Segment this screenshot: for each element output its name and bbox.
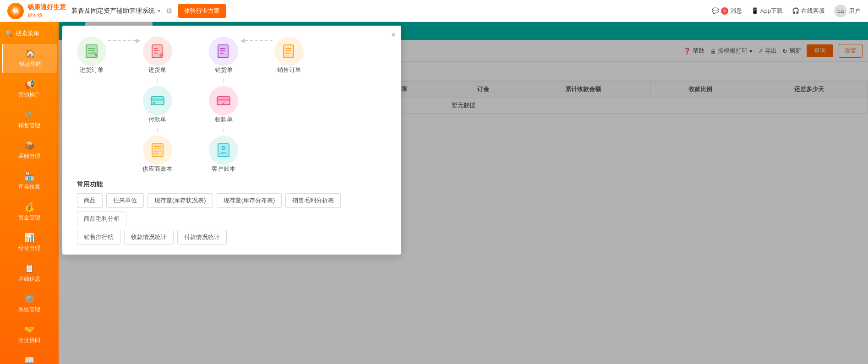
sidebar-item-operations[interactable]: 📊 经营管理 [2,228,57,257]
sidebar-item-quick-nav[interactable]: 🏠 快捷导航 [2,44,57,73]
basic-info-icon: 📋 [24,263,34,273]
message-badge: 5 [721,7,728,15]
flow-node-purchase-order[interactable]: 进货订单 [77,37,106,74]
message-icon: 💬 [712,7,719,14]
svg-rect-13 [152,144,163,157]
func-btn-0[interactable]: 商品 [77,193,103,208]
sidebar-item-enterprise[interactable]: 🤝 企业协同 [2,320,57,349]
func-btn-3[interactable]: 现存量(库存分布表) [217,193,282,208]
logo-text: 畅康通好生意 标准版 [27,3,66,19]
avatar: Ea [834,5,847,17]
inventory-icon: 🏪 [24,171,34,181]
settings-gear-icon[interactable]: ⚙ [166,6,172,15]
phone-icon: 📱 [751,7,759,14]
system-title: 装备及固定资产辅助管理系统 ▾ [71,7,160,15]
purchase-icon: 📦 [24,141,34,151]
func-btn-4[interactable]: 销售毛利分析表 [285,193,341,208]
header-right: 💬 5 消息 📱 App下载 🎧 在线客服 Ea 用户 [712,5,861,17]
message-action[interactable]: 💬 5 消息 [712,7,742,15]
arrow-1: ▶ [106,37,142,44]
sidebar-item-finance[interactable]: 💰 资金管理 [2,197,57,226]
svg-point-12 [153,102,155,104]
supplier-account-circle[interactable] [143,136,172,165]
sidebar-item-purchase[interactable]: 📦 采购管理 [2,136,57,165]
search-icon: 🔍 [5,30,13,37]
func-btn-7[interactable]: 收款情况统计 [124,230,174,244]
func-buttons-row1: 商品 往来单位 现存量(库存状况表) 现存量(库存分布表) 销售毛利分析表 商品… [77,193,387,226]
sales-order-circle [274,37,304,66]
svg-rect-22 [218,144,229,157]
enterprise-icon: 🤝 [24,325,34,335]
headset-icon: 🎧 [792,7,799,14]
sidebar-item-system[interactable]: ⚙️ 系统管理 [2,289,57,318]
flow-col-purchase: ✓ 进货单 ↓ 付款单 ↓ 供应商账本 [142,37,172,173]
sales-icon: 🛒 [24,110,34,120]
svg-text:✓: ✓ [159,53,163,57]
sidebar: 🔍 搜索菜单 🏠 快捷导航 📢 营销推广 🛒 销售管理 📦 采购管理 🏪 库存核… [0,22,59,364]
sidebar-item-newbie[interactable]: 📖 新手引导 [2,351,57,364]
app-download-action[interactable]: 📱 App下载 [751,7,783,15]
svg-text:畅: 畅 [13,8,18,14]
popup-content: 进货订单 ▶ ✓ 进货单 ↓ [62,26,401,255]
func-btn-5[interactable]: 商品毛利分析 [77,212,126,226]
logo-area: 畅 畅康通好生意 标准版 [7,3,66,19]
flow-node-sales-order[interactable]: 销售订单 [274,37,304,74]
popup-close-button[interactable]: × [391,30,396,40]
system-dropdown-icon[interactable]: ▾ [158,8,160,14]
flow-col-sales: 销货单 ↓ ¥ 收款单 ↓ 客户账本 [209,37,238,173]
system-icon: ⚙️ [24,294,34,304]
sidebar-item-basic-info[interactable]: 📋 基础信息 [2,259,57,288]
arrow-2: ▶ [238,37,274,44]
popup-overlay: × 进货订单 ▶ ✓ [59,22,868,364]
popup-box: × 进货订单 ▶ ✓ [62,26,401,255]
svg-text:¥: ¥ [222,102,225,106]
top-header: 畅 畅康通好生意 标准版 装备及固定资产辅助管理系统 ▾ ⚙ 体验行业方案 💬 … [0,0,868,22]
func-btn-2[interactable]: 现存量(库存状况表) [147,193,213,208]
marketing-icon: 📢 [24,79,34,89]
receipt-circle[interactable]: ¥ [209,86,238,115]
operations-icon: 📊 [24,233,34,243]
sales-bill-circle[interactable] [209,37,238,66]
logo-icon: 畅 [7,3,24,19]
sidebar-item-sales[interactable]: 🛒 销售管理 [2,105,57,134]
trial-button[interactable]: 体验行业方案 [178,4,226,18]
customer-account-circle[interactable] [209,136,238,165]
down-arrow-3: ↓ [156,125,159,134]
purchase-bill-circle[interactable]: ✓ [143,37,172,66]
func-buttons-row2: 销售排行榜 收款情况统计 付款情况统计 [77,230,387,244]
purchase-order-circle [77,37,106,66]
down-arrow-2: ↓ [222,76,225,84]
func-btn-6[interactable]: 销售排行榜 [77,230,120,244]
header-left: 畅 畅康通好生意 标准版 装备及固定资产辅助管理系统 ▾ ⚙ 体验行业方案 [7,3,226,19]
sidebar-item-inventory[interactable]: 🏪 库存核算 [2,167,57,196]
finance-icon: 💰 [24,202,34,212]
svg-rect-20 [217,98,230,101]
svg-rect-18 [218,45,228,58]
sidebar-item-marketing[interactable]: 📢 营销推广 [2,75,57,103]
func-btn-8[interactable]: 付款情况统计 [177,230,227,244]
online-service-action[interactable]: 🎧 在线客服 [792,7,825,15]
svg-point-23 [222,146,225,150]
common-functions: 常用功能 商品 往来单位 现存量(库存状况表) 现存量(库存分布表) 销售毛利分… [77,180,387,244]
search-menu[interactable]: 🔍 搜索菜单 [0,26,59,41]
user-action[interactable]: Ea 用户 [834,5,861,17]
svg-point-6 [95,54,98,57]
svg-rect-24 [284,45,294,58]
newbie-icon: 📖 [24,355,34,364]
svg-rect-11 [151,98,164,101]
common-functions-title: 常用功能 [77,180,387,189]
down-arrow-4: ↓ [222,125,225,134]
home-icon: 🏠 [25,49,35,59]
func-btn-1[interactable]: 往来单位 [106,193,144,208]
payment-circle[interactable] [143,86,172,115]
down-arrow-1: ↓ [156,76,159,84]
flow-row-1: 进货订单 ▶ ✓ 进货单 ↓ [77,37,387,173]
